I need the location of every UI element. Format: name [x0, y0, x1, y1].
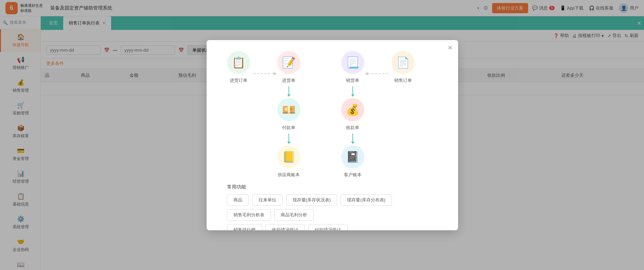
sales-order-circle: 📄 [391, 51, 415, 74]
arrow-sales-order-to-sales-bill [364, 73, 391, 84]
flow-node-sales-order[interactable]: 📄 销售订单 [391, 51, 415, 84]
cf-btn-product-profit[interactable]: 商品毛利分析 [274, 209, 314, 221]
arrow-purchase-order-to-purchase [250, 73, 277, 84]
common-functions-title: 常用功能 [227, 184, 438, 190]
cf-btn-payment-stats[interactable]: 付款情况统计 [308, 224, 348, 230]
cf-btn-counterparty[interactable]: 往来单位 [252, 194, 283, 206]
common-function-buttons-row2: 销售排行榜 收款情况统计 付款情况统计 [227, 224, 438, 230]
cf-btn-product[interactable]: 商品 [227, 194, 249, 206]
sales-bill-circle: 📃 [341, 51, 364, 74]
arrow-down-payment [277, 132, 300, 145]
cf-btn-stock-dist[interactable]: 现存量(库存分布表) [341, 194, 392, 206]
flow-node-purchase-order[interactable]: 📋 进货订单 [227, 51, 250, 84]
sales-bill-label: 销货单 [346, 77, 359, 84]
arrow-down-receipt [341, 132, 364, 145]
customer-ledger-label: 客户账本 [344, 172, 362, 178]
purchase-order-label: 进货订单 [230, 77, 247, 84]
cf-btn-stock-status[interactable]: 现存量(库存状况表) [286, 194, 337, 206]
flow-node-customer-ledger[interactable]: 📓 客户账本 [341, 145, 364, 178]
flow-node-receipt[interactable]: 💰 收款单 [341, 98, 364, 131]
flow-node-supplier-ledger[interactable]: 📒 供应商账本 [277, 145, 300, 178]
receipt-label: 收款单 [346, 125, 359, 131]
common-function-buttons: 商品 往来单位 现存量(库存状况表) 现存量(库存分布表) 销售毛利分析表 商品… [227, 194, 438, 221]
purchase-order-circle: 📋 [227, 51, 250, 74]
supplier-ledger-circle: 📒 [277, 145, 300, 168]
dashed-arrow-left-1 [368, 73, 388, 74]
dialog-close-button[interactable]: ✕ [448, 44, 453, 52]
supplier-ledger-label: 供应商账本 [278, 172, 300, 178]
customer-ledger-circle: 📓 [341, 145, 364, 168]
dialog: ✕ 📋 进货订单 📝 进货单 [207, 40, 458, 230]
flow-node-purchase-bill[interactable]: 📝 进货单 [277, 51, 300, 84]
overlay[interactable]: ✕ 📋 进货订单 📝 进货单 [0, 0, 644, 270]
purchase-bill-circle: 📝 [277, 51, 300, 74]
dashed-arrow-right-1 [254, 73, 274, 74]
arrow-down-purchase [277, 85, 300, 98]
payment-circle: 💴 [277, 98, 300, 121]
receipt-circle: 💰 [341, 98, 364, 121]
arrow-down-sales [341, 85, 364, 98]
purchase-bill-label: 进货单 [282, 77, 295, 84]
flow-section: 📋 进货订单 📝 进货单 📃 销货单 [207, 40, 458, 181]
common-functions-section: 常用功能 商品 往来单位 现存量(库存状况表) 现存量(库存分布表) 销售毛利分… [207, 181, 458, 230]
sales-order-label: 销售订单 [394, 77, 412, 84]
flow-node-sales-bill[interactable]: 📃 销货单 [341, 51, 364, 84]
payment-label: 付款单 [282, 125, 295, 131]
cf-btn-receipt-stats[interactable]: 收款情况统计 [265, 224, 305, 230]
cf-btn-sales-profit[interactable]: 销售毛利分析表 [227, 209, 271, 221]
cf-btn-sales-ranking[interactable]: 销售排行榜 [227, 224, 262, 230]
flow-node-payment[interactable]: 💴 付款单 [277, 98, 300, 131]
